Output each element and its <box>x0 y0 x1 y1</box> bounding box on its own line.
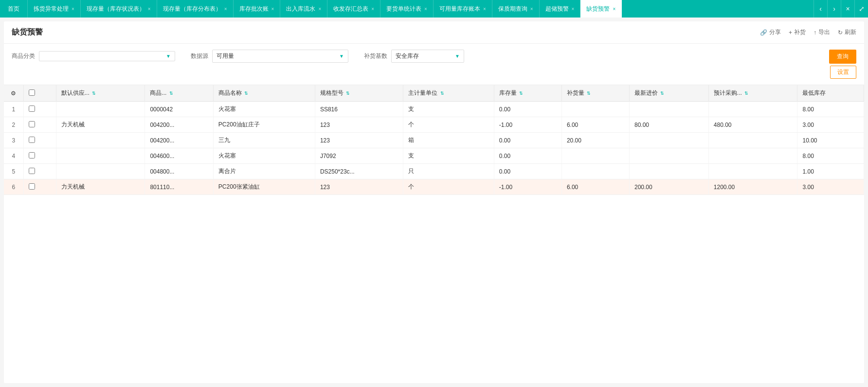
export-icon: ↑ <box>814 29 816 36</box>
row-unit: 支 <box>403 102 494 117</box>
row-checkbox-cell[interactable] <box>23 133 56 148</box>
share-button[interactable]: 🔗 分享 <box>760 28 781 36</box>
th-checkbox[interactable] <box>23 85 56 102</box>
th-latest-price[interactable]: 最新进价 ⇅ <box>630 85 709 102</box>
nav-tab-5-close[interactable]: × <box>318 6 321 12</box>
nav-tab-8-close[interactable]: × <box>483 6 486 12</box>
export-button[interactable]: ↑ 导出 <box>814 28 830 36</box>
row-checkbox[interactable] <box>29 183 35 190</box>
th-gear[interactable]: ⚙ <box>4 85 23 102</box>
row-unit: 箱 <box>403 133 494 148</box>
th-spec[interactable]: 规格型号 ⇅ <box>315 85 403 102</box>
nav-tab-home[interactable]: 首页 <box>0 0 28 18</box>
nav-tab-10-close[interactable]: × <box>572 6 575 12</box>
th-est-purchase[interactable]: 预计采购... ⇅ <box>708 85 797 102</box>
nav-tab-8-label: 可用量库存账本 <box>439 5 480 13</box>
th-stock[interactable]: 库存量 ⇅ <box>494 85 561 102</box>
datasource-value: 可用量 <box>217 52 234 60</box>
row-checkbox[interactable] <box>29 168 35 174</box>
replenish-label: 补货 <box>794 28 806 36</box>
row-checkbox-cell[interactable] <box>23 179 56 195</box>
row-checkbox-cell[interactable] <box>23 102 56 117</box>
row-est-purchase <box>708 133 797 148</box>
nav-tab-5[interactable]: 出入库流水 × <box>280 0 327 18</box>
nav-tab-1[interactable]: 拣货异常处理 × <box>28 0 81 18</box>
row-num: 5 <box>4 164 23 179</box>
th-product-code[interactable]: 商品... ⇅ <box>145 85 213 102</box>
nav-expand-button[interactable]: ⤢ <box>854 0 868 18</box>
nav-tab-3-close[interactable]: × <box>224 6 227 12</box>
row-product-name: 三九 <box>213 133 315 148</box>
replenish-button[interactable]: + 补货 <box>789 28 806 36</box>
table-row: 6 力天机械 801110... PC200张紧油缸 123 个 -1.00 6… <box>4 179 864 195</box>
row-checkbox[interactable] <box>29 121 35 127</box>
replenish-base-select[interactable]: 安全库存 ▼ <box>391 50 464 63</box>
row-checkbox[interactable] <box>29 152 35 158</box>
th-product-name[interactable]: 商品名称 ⇅ <box>213 85 315 102</box>
category-label: 商品分类 <box>12 52 35 60</box>
th-stock-label: 库存量 <box>499 89 517 96</box>
category-select[interactable]: ▼ <box>39 51 175 61</box>
nav-tab-11[interactable]: 缺货预警 × <box>580 0 622 18</box>
row-min-stock: 1.00 <box>797 164 864 179</box>
replenish-base-filter-group: 补货基数 安全库存 ▼ <box>364 50 464 63</box>
nav-next-button[interactable]: › <box>827 0 841 18</box>
table-row: 1 0000042 火花塞 SS816 支 0.00 8.00 <box>4 102 864 117</box>
row-supplier: 力天机械 <box>56 117 145 133</box>
row-checkbox-cell[interactable] <box>23 117 56 133</box>
th-replenish[interactable]: 补货量 ⇅ <box>561 85 629 102</box>
th-est-purchase-label: 预计采购... <box>714 89 742 96</box>
nav-tab-2-close[interactable]: × <box>148 6 151 12</box>
sort-price-icon: ⇅ <box>660 91 664 96</box>
row-num: 1 <box>4 102 23 117</box>
nav-tab-2[interactable]: 现存量（库存状况表） × <box>81 0 157 18</box>
sort-stock-icon: ⇅ <box>519 91 523 96</box>
th-min-stock[interactable]: 最低库存 <box>797 85 864 102</box>
nav-tab-1-label: 拣货异常处理 <box>34 5 69 13</box>
row-product-code: 004200... <box>145 117 213 133</box>
th-unit[interactable]: 主计量单位 ⇅ <box>403 85 494 102</box>
row-checkbox-cell[interactable] <box>23 148 56 164</box>
row-checkbox-cell[interactable] <box>23 164 56 179</box>
sort-supplier-icon: ⇅ <box>92 91 96 96</box>
nav-tab-9[interactable]: 保质期查询 × <box>492 0 540 18</box>
nav-tab-9-close[interactable]: × <box>530 6 533 12</box>
row-spec: 123 <box>315 133 403 148</box>
nav-tab-7-label: 要货单统计表 <box>386 5 421 13</box>
nav-tab-11-close[interactable]: × <box>613 6 615 12</box>
nav-tab-6-close[interactable]: × <box>371 6 374 12</box>
row-product-code: 0000042 <box>145 102 213 117</box>
nav-tab-2-label: 现存量（库存状况表） <box>87 5 145 13</box>
nav-tab-3[interactable]: 现存量（库存分布表） × <box>157 0 234 18</box>
refresh-label: 刷新 <box>845 28 856 36</box>
nav-tab-home-label: 首页 <box>8 5 19 13</box>
nav-tab-7-close[interactable]: × <box>424 6 427 12</box>
row-min-stock: 3.00 <box>797 179 864 195</box>
row-stock: -1.00 <box>494 179 561 195</box>
main-content: 缺货预警 🔗 分享 + 补货 ↑ 导出 ↻ 刷新 商品分类 <box>4 21 864 383</box>
replenish-icon: + <box>789 29 792 36</box>
settings-button[interactable]: 设置 <box>830 66 856 79</box>
select-all-checkbox[interactable] <box>29 89 35 96</box>
nav-tab-8[interactable]: 可用量库存账本 × <box>434 0 492 18</box>
nav-tab-6[interactable]: 收发存汇总表 × <box>327 0 380 18</box>
nav-prev-button[interactable]: ‹ <box>814 0 827 18</box>
nav-tab-4[interactable]: 库存批次账 × <box>234 0 281 18</box>
datasource-select[interactable]: 可用量 ▼ <box>212 50 348 63</box>
th-unit-label: 主计量单位 <box>408 89 437 96</box>
replenish-base-value: 安全库存 <box>396 52 419 60</box>
row-product-name: PC200油缸庄子 <box>213 117 315 133</box>
query-button[interactable]: 查询 <box>829 50 856 64</box>
nav-tab-1-close[interactable]: × <box>72 6 74 12</box>
row-spec: 123 <box>315 179 403 195</box>
row-checkbox[interactable] <box>29 106 35 112</box>
nav-tab-10[interactable]: 超储预警 × <box>540 0 581 18</box>
nav-tab-7[interactable]: 要货单统计表 × <box>380 0 434 18</box>
nav-tab-4-close[interactable]: × <box>271 6 274 12</box>
row-product-code: 004800... <box>145 164 213 179</box>
th-default-supplier[interactable]: 默认供应... ⇅ <box>56 85 145 102</box>
nav-close-button[interactable]: × <box>841 0 854 18</box>
category-chevron-icon: ▼ <box>166 53 171 59</box>
row-checkbox[interactable] <box>29 137 35 143</box>
refresh-button[interactable]: ↻ 刷新 <box>838 28 856 36</box>
